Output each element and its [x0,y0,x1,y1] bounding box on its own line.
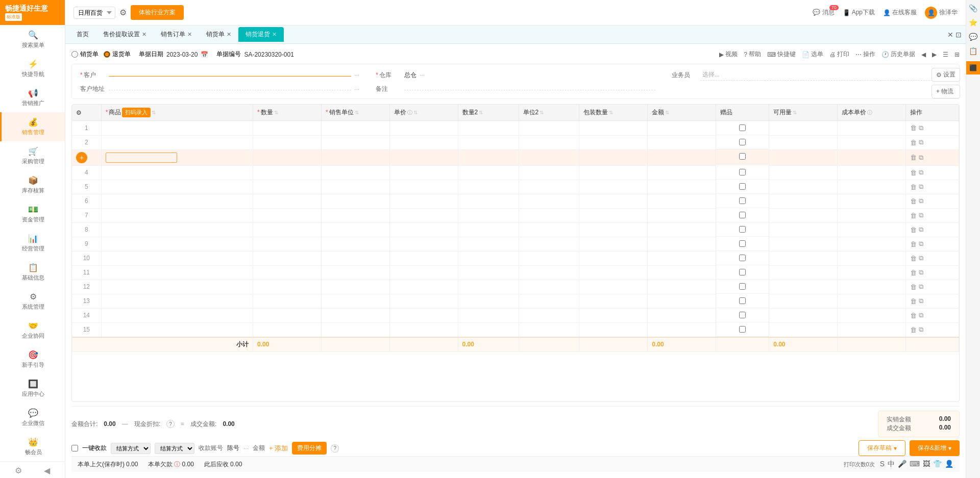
customer-more-icon[interactable]: ··· [354,71,359,79]
unit2-cell-3[interactable] [519,149,579,165]
next-record-btn[interactable]: ▶ [932,51,937,58]
radio-sales[interactable]: 销货单 [71,50,99,59]
online-service-btn[interactable]: 👤 在线客服 [883,8,917,17]
unit2-cell-2[interactable] [519,135,579,149]
unit-cell-3[interactable] [321,149,389,165]
copy-14[interactable]: ⧉ [919,311,923,319]
tab-sales-close[interactable]: ✕ [227,31,231,38]
amount-cell-3[interactable] [648,149,716,165]
calendar-icon[interactable]: 📅 [201,51,208,58]
gear-icon[interactable]: ⚙ [76,109,82,116]
del-6[interactable]: 🗑 [910,197,917,205]
del-4[interactable]: 🗑 [910,169,917,177]
available-cell-2[interactable] [769,135,838,149]
copy-8[interactable]: ⧉ [919,225,923,234]
gift-checkbox-3[interactable] [739,153,746,160]
sidebar-item-business[interactable]: 📊 经营管理 [0,229,65,258]
salesperson-input[interactable]: 选择... [700,69,943,81]
radio-return-input[interactable] [104,51,110,58]
del-15[interactable]: 🗑 [910,326,917,334]
user-profile[interactable]: 👤 徐泽华 [925,7,958,19]
save-new-btn[interactable]: 保存&新增 ▾ [910,440,960,456]
this-down-info-icon[interactable]: ⓘ [174,461,180,468]
video-btn[interactable]: ▶ 视频 [719,50,738,59]
account-more-icon[interactable]: ··· [243,445,249,452]
goods-cell-2[interactable] [101,135,253,149]
add-payment-btn[interactable]: + 添加 [269,444,288,453]
available-cell-3[interactable] [769,149,838,165]
rp-orange-btn[interactable]: ⬛ [966,61,981,74]
qty-cell-1[interactable] [253,121,322,136]
add-row-btn[interactable]: + [76,152,87,163]
operate-btn[interactable]: ⋯ 操作 [855,50,875,59]
copy-7[interactable]: ⧉ [919,211,923,219]
available-cell-1[interactable] [769,121,838,136]
address-input[interactable] [109,88,351,90]
sidebar-item-quick-nav[interactable]: ⚡ 快捷导航 [0,54,65,83]
del-12[interactable]: 🗑 [910,283,917,291]
tab-sales-order[interactable]: 销售订单 ✕ [154,27,199,42]
note-input[interactable] [404,88,655,90]
copy-row-3[interactable]: ⧉ [919,154,923,162]
del-10[interactable]: 🗑 [910,255,917,262]
app-download-btn[interactable]: 📱 App下载 [843,8,875,17]
barcode-btn[interactable]: 扫码录入 [122,108,151,117]
goods-input-3[interactable] [106,153,177,163]
rp-icon-4[interactable]: 📋 [969,47,977,55]
address-more-icon[interactable]: ··· [354,86,359,93]
unit-cell-2[interactable] [321,135,389,149]
tab-sales[interactable]: 销货单 ✕ [199,27,238,42]
del-7[interactable]: 🗑 [910,212,917,219]
gift-checkbox-2[interactable] [739,139,746,145]
copy-13[interactable]: ⧉ [919,297,923,305]
view-list-btn[interactable]: ☰ [943,51,948,58]
price-cell-1[interactable] [389,121,458,136]
sidebar-item-inventory[interactable]: 📦 库存核算 [0,170,65,199]
del-9[interactable]: 🗑 [910,240,917,248]
toolbar-icon-mic[interactable]: 🎤 [898,460,906,469]
del-11[interactable]: 🗑 [910,269,917,276]
add-row-cell[interactable]: + [72,149,101,165]
copy-15[interactable]: ⧉ [919,325,923,334]
sidebar-item-search[interactable]: 🔍 搜索菜单 [0,25,65,54]
sidebar-item-system[interactable]: ⚙ 系统管理 [0,287,65,316]
tab-price-extract[interactable]: 售价提取设置 ✕ [96,27,154,42]
toolbar-icon-shirt[interactable]: 👕 [933,460,942,469]
gift-cell-3[interactable] [716,149,769,164]
pack-cell-1[interactable] [579,121,648,136]
sidebar-item-member[interactable]: 👑 畅会员 [0,432,65,461]
unit2-cell-1[interactable] [519,121,579,136]
print-btn[interactable]: 🖨 打印 [829,50,849,59]
save-draft-btn[interactable]: 保存草稿 ▾ [859,440,905,456]
shortcut-btn[interactable]: ⌨ 快捷键 [767,50,796,59]
calc-help-btn[interactable]: ? [166,420,175,428]
sidebar-item-app[interactable]: 🔲 应用中心 [0,374,65,403]
toolbar-icon-keyboard[interactable]: ⌨ [910,460,920,469]
gift-cell-1[interactable] [716,121,769,135]
amount-cell-1[interactable] [648,121,716,136]
th-gear[interactable]: ⚙ [72,105,101,121]
qty2-cell-3[interactable] [458,149,519,165]
sidebar-item-collab[interactable]: 🤝 企业协同 [0,316,65,345]
sidebar-item-sales[interactable]: 💰 销售管理 [0,112,65,141]
toolbar-icon-person[interactable]: 👤 [945,460,953,469]
tab-return[interactable]: 销货退货 ✕ [238,27,284,42]
customer-input[interactable] [109,74,351,77]
pack-cell-3[interactable] [579,149,648,165]
pack-cell-2[interactable] [579,135,648,149]
rp-icon-1[interactable]: 📎 [969,4,977,12]
logistics-btn[interactable]: + 物流 [932,85,960,98]
qty-cell-2[interactable] [253,135,322,149]
tab-return-close[interactable]: ✕ [272,31,277,38]
del-8[interactable]: 🗑 [910,226,917,234]
settings-side-btn[interactable]: ⚙ 设置 [932,68,960,82]
calc-method-select[interactable]: 结算方式 [111,443,151,454]
view-grid-btn[interactable]: ⊞ [954,51,960,58]
settings-bottom-icon[interactable]: ⚙ [15,466,22,475]
gift-checkbox-1[interactable] [739,124,746,131]
toolbar-icon-zh[interactable]: 中 [888,460,895,469]
fee-help-icon[interactable]: ? [331,444,339,452]
delete-row-1[interactable]: 🗑 [910,124,917,132]
sidebar-item-finance[interactable]: 💵 资金管理 [0,199,65,229]
tab-price-close[interactable]: ✕ [142,31,146,38]
